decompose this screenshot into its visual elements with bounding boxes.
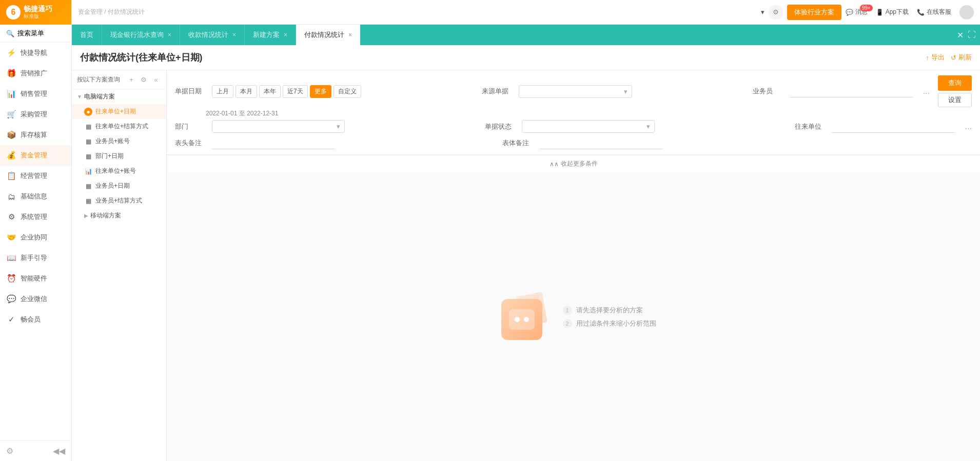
query-settings-group: 查询 设置 [938, 75, 972, 107]
date-btn-this-year[interactable]: 本年 [259, 85, 281, 98]
settings-btn[interactable]: 设置 [938, 93, 972, 107]
refresh-btn[interactable]: ↺ 刷新 [951, 53, 972, 62]
sidebar-item-wechat[interactable]: 💬 企业微信 [0, 289, 71, 309]
dept-select[interactable]: ▾ [212, 120, 345, 133]
header-settings-icon[interactable]: ⚙ [769, 5, 783, 19]
sidebar-search[interactable]: 🔍 搜索菜单 [0, 25, 71, 43]
tab-new[interactable]: 新建方案 × [245, 25, 296, 45]
scheme-icon-6: ▦ [84, 182, 92, 190]
scheme-desktop-title[interactable]: ▼ 电脑端方案 [72, 89, 166, 104]
sidebar-item-stock[interactable]: 📦 库存核算 [0, 125, 71, 145]
voucher-status-label: 单据状态 [485, 122, 514, 131]
date-btn-this-month[interactable]: 本月 [236, 85, 257, 98]
table-body-note-input[interactable] [539, 137, 662, 149]
content-body: 按以下方案查询 + ⚙ « ▼ 电脑端方案 ● 往来单位+日期 [72, 70, 980, 461]
filter-form: 单据日期 上月 本月 本年 近7天 更多 自定义 来源单据 [167, 70, 980, 155]
export-icon: ↑ [926, 54, 930, 62]
counterparty-dots[interactable]: ... [965, 122, 972, 131]
page-title: 付款情况统计(往来单位+日期) [80, 51, 203, 64]
salesperson-input[interactable] [790, 85, 913, 97]
tab-new-close[interactable]: × [284, 31, 287, 38]
user-avatar[interactable] [959, 5, 974, 19]
logo-icon: 6 [6, 5, 21, 19]
scheme-item-counterparty-account[interactable]: 📊 往来单位+账号 [72, 164, 166, 178]
tab-bank-close[interactable]: × [168, 31, 171, 38]
sidebar-collapse-icon[interactable]: ◀◀ [53, 446, 65, 456]
tab-payment-close[interactable]: × [348, 31, 352, 38]
online-service-btn[interactable]: 📞 在线客服 [917, 8, 951, 16]
robot-body [501, 299, 542, 340]
header-dropdown[interactable]: ▾ [761, 8, 765, 16]
dept-arrow: ▾ [337, 123, 340, 130]
scheme-item-salesperson-payment[interactable]: ▦ 业务员+结算方式 [72, 193, 166, 208]
sidebar-item-purchase[interactable]: 🛒 采购管理 [0, 104, 71, 125]
robot-eye-left [515, 317, 520, 322]
tab-close-all-icon[interactable]: ✕ [957, 30, 964, 40]
sidebar-item-label: 基础信息 [21, 192, 47, 201]
sidebar-item-member[interactable]: ✓ 畅会员 [0, 309, 71, 330]
date-btn-7days[interactable]: 近7天 [283, 85, 308, 98]
sidebar-search-label: 搜索菜单 [17, 29, 44, 38]
empty-hint-1: 1 请先选择要分析的方案 [563, 306, 656, 315]
scheme-settings-btn[interactable]: ⚙ [139, 74, 149, 85]
sidebar-item-label: 资金管理 [21, 151, 47, 160]
top-header: 资金管理 / 付款情况统计 ▾ ⚙ 体验行业方案 💬 消息 99+ 📱 App下… [72, 0, 980, 25]
sidebar-item-quicknav[interactable]: ⚡ 快捷导航 [0, 43, 71, 63]
sidebar-item-marketing[interactable]: 🎁 营销推广 [0, 63, 71, 84]
message-badge: 99+ [860, 5, 873, 11]
sidebar-item-label: 畅会员 [21, 315, 41, 324]
message-icon: 💬 [846, 9, 853, 16]
table-header-note-input[interactable] [212, 137, 335, 149]
sidebar-item-finance[interactable]: 💰 资金管理 [0, 145, 71, 166]
messages-btn[interactable]: 💬 消息 99+ [846, 8, 868, 16]
salesperson-dots[interactable]: ... [923, 87, 930, 96]
counterparty-input[interactable] [832, 121, 955, 133]
enterprise-icon: 🤝 [6, 232, 16, 243]
desktop-arrow-icon: ▼ [77, 94, 82, 99]
sidebar-settings-icon[interactable]: ⚙ [6, 446, 13, 456]
tab-bank-label: 现金银行流水查询 [110, 30, 164, 39]
filter-row-1: 单据日期 上月 本月 本年 近7天 更多 自定义 来源单据 [175, 75, 972, 107]
table-body-note-label: 表体备注 [502, 138, 531, 148]
date-btn-last-month[interactable]: 上月 [212, 85, 233, 98]
voucher-status-select[interactable]: ▾ [522, 120, 655, 133]
tab-expand-icon[interactable]: ⛶ [968, 30, 976, 39]
date-btn-custom[interactable]: 自定义 [334, 85, 361, 98]
scheme-mobile-group[interactable]: ▶ 移动端方案 [72, 208, 166, 223]
sidebar-item-sales[interactable]: 📊 销售管理 [0, 84, 71, 104]
scheme-item-salesperson-account[interactable]: ▦ 业务员+账号 [72, 134, 166, 149]
date-btn-more[interactable]: 更多 [310, 85, 331, 98]
source-voucher-select[interactable]: ▾ [519, 85, 632, 98]
scheme-item-counterparty-date[interactable]: ● 往来单位+日期 [72, 104, 166, 119]
sidebar-item-hardware[interactable]: ⏰ 智能硬件 [0, 268, 71, 289]
refresh-label: 刷新 [958, 53, 972, 62]
app-download-btn[interactable]: 📱 App下载 [876, 8, 909, 16]
scheme-add-btn[interactable]: + [126, 74, 136, 85]
tab-home[interactable]: 首页 [72, 25, 102, 45]
sidebar-item-guide[interactable]: 📖 新手引导 [0, 248, 71, 268]
query-btn[interactable]: 查询 [938, 75, 972, 91]
collapse-btn[interactable]: ∧∧ 收起更多条件 [167, 155, 980, 172]
scheme-panel-header-actions: + ⚙ « [126, 74, 161, 85]
page-content: 付款情况统计(往来单位+日期) ↑ 导出 ↺ 刷新 按以下方案查询 + [72, 45, 980, 461]
robot-eye-right [524, 317, 529, 322]
trial-btn[interactable]: 体验行业方案 [787, 5, 841, 20]
sidebar-item-basic[interactable]: 🗂 基础信息 [0, 186, 71, 207]
scheme-item-salesperson-date[interactable]: ▦ 业务员+日期 [72, 178, 166, 193]
scheme-item-counterparty-payment[interactable]: ▦ 往来单位+结算方式 [72, 119, 166, 134]
hint-label-1: 请先选择要分析的方案 [576, 306, 643, 315]
tab-receipt[interactable]: 收款情况统计 × [180, 25, 245, 45]
hint-num-1: 1 [563, 306, 572, 315]
source-voucher-label: 来源单据 [482, 87, 511, 96]
tab-bank[interactable]: 现金银行流水查询 × [102, 25, 180, 45]
sidebar-item-enterprise[interactable]: 🤝 企业协同 [0, 227, 71, 248]
marketing-icon: 🎁 [6, 68, 16, 78]
tab-payment[interactable]: 付款情况统计 × [296, 25, 360, 45]
scheme-collapse-btn[interactable]: « [151, 74, 161, 85]
scheme-item-dept-date[interactable]: ▦ 部门+日期 [72, 149, 166, 164]
sidebar-item-system[interactable]: ⚙ 系统管理 [0, 207, 71, 227]
tab-receipt-close[interactable]: × [232, 31, 236, 38]
export-btn[interactable]: ↑ 导出 [926, 53, 945, 62]
member-icon: ✓ [6, 314, 16, 325]
sidebar-item-operation[interactable]: 📋 经营管理 [0, 166, 71, 186]
